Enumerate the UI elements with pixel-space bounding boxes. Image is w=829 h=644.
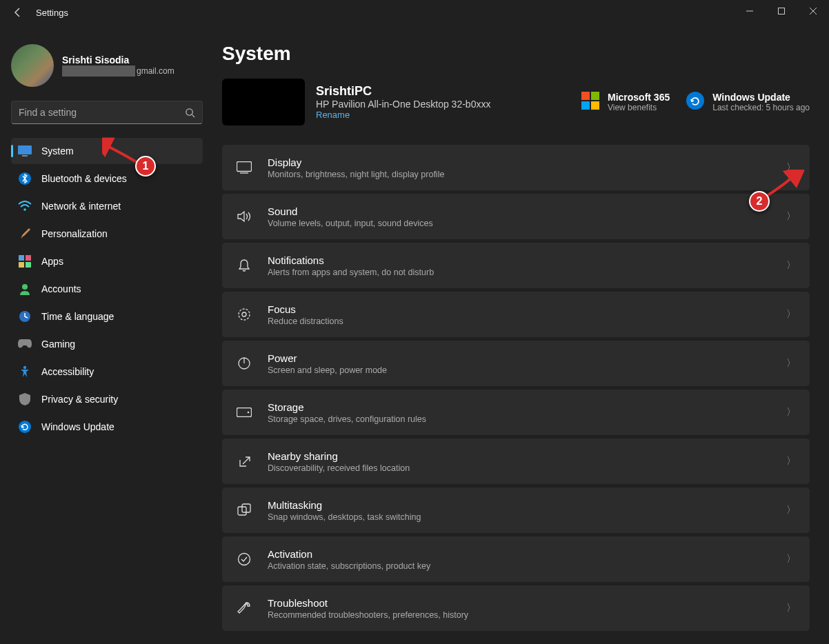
item-sub: Volume levels, output, input, sound devi… bbox=[268, 219, 786, 228]
chevron-right-icon: 〉 bbox=[786, 161, 796, 174]
search-box[interactable] bbox=[11, 101, 203, 124]
nav-label: Accessibility bbox=[41, 366, 94, 377]
nav-item-accounts[interactable]: Accounts bbox=[11, 276, 203, 302]
svg-point-20 bbox=[239, 309, 250, 320]
microsoft-365-card[interactable]: Microsoft 365 View benefits bbox=[581, 92, 670, 112]
settings-item-storage[interactable]: StorageStorage space, drives, configurat… bbox=[222, 390, 810, 435]
nav-item-system[interactable]: System bbox=[11, 138, 203, 164]
nav-item-gaming[interactable]: Gaming bbox=[11, 331, 203, 357]
svg-point-28 bbox=[239, 554, 250, 565]
svg-point-25 bbox=[248, 412, 250, 414]
settings-item-sound[interactable]: SoundVolume levels, output, input, sound… bbox=[222, 194, 810, 239]
sound-icon bbox=[236, 208, 252, 225]
svg-point-14 bbox=[22, 284, 28, 290]
svg-point-9 bbox=[23, 208, 26, 211]
settings-item-notifications[interactable]: NotificationsAlerts from apps and system… bbox=[222, 243, 810, 288]
profile-card[interactable]: Srishti Sisodia gmail.com bbox=[11, 44, 203, 87]
chevron-right-icon: 〉 bbox=[786, 455, 796, 467]
shield-icon bbox=[18, 392, 32, 406]
svg-rect-11 bbox=[26, 255, 31, 261]
nav-label: Time & language bbox=[41, 311, 114, 322]
device-info: SrishtiPC HP Pavilion All-in-One Desktop… bbox=[316, 84, 570, 120]
item-sub: Screen and sleep, power mode bbox=[268, 365, 786, 375]
bell-icon bbox=[236, 257, 252, 274]
item-sub: Discoverability, received files location bbox=[268, 463, 786, 473]
item-title: Activation bbox=[268, 548, 786, 560]
svg-rect-12 bbox=[19, 262, 24, 268]
item-sub: Storage space, drives, configuration rul… bbox=[268, 414, 786, 424]
svg-point-17 bbox=[19, 421, 31, 433]
item-title: Display bbox=[268, 157, 786, 168]
chevron-right-icon: 〉 bbox=[786, 259, 796, 272]
back-button[interactable] bbox=[12, 7, 29, 18]
email-redacted bbox=[62, 66, 135, 77]
nav-item-network[interactable]: Network & internet bbox=[11, 193, 203, 219]
settings-item-nearby[interactable]: Nearby sharingDiscoverability, received … bbox=[222, 439, 810, 484]
ms365-sub: View benefits bbox=[608, 103, 670, 112]
chevron-right-icon: 〉 bbox=[786, 308, 796, 321]
svg-point-21 bbox=[242, 312, 246, 316]
annotation-badge-2: 2 bbox=[749, 191, 770, 212]
nav-item-update[interactable]: Windows Update bbox=[11, 414, 203, 440]
settings-item-power[interactable]: PowerScreen and sleep, power mode 〉 bbox=[222, 341, 810, 386]
display-icon bbox=[236, 159, 252, 176]
maximize-button[interactable] bbox=[766, 0, 797, 22]
item-sub: Recommended troubleshooters, preferences… bbox=[268, 610, 786, 620]
chevron-right-icon: 〉 bbox=[786, 602, 796, 614]
item-title: Troubleshoot bbox=[268, 597, 786, 609]
nav-label: Accounts bbox=[41, 283, 81, 294]
share-icon bbox=[236, 453, 252, 470]
minimize-button[interactable] bbox=[734, 0, 766, 22]
main-content: System SrishtiPC HP Pavilion All-in-One … bbox=[214, 25, 829, 644]
svg-rect-10 bbox=[19, 255, 24, 261]
annotation-badge-1: 1 bbox=[135, 156, 156, 177]
settings-item-focus[interactable]: FocusReduce distractions 〉 bbox=[222, 292, 810, 337]
wifi-icon bbox=[18, 199, 32, 213]
item-title: Notifications bbox=[268, 254, 786, 266]
nav-item-privacy[interactable]: Privacy & security bbox=[11, 386, 203, 412]
chevron-right-icon: 〉 bbox=[786, 357, 796, 370]
rename-link[interactable]: Rename bbox=[316, 110, 570, 120]
chevron-right-icon: 〉 bbox=[786, 504, 796, 516]
svg-point-4 bbox=[186, 108, 192, 114]
item-sub: Activation state, subscriptions, product… bbox=[268, 561, 786, 571]
nav-item-personalization[interactable]: Personalization bbox=[11, 221, 203, 247]
nav-item-bluetooth[interactable]: Bluetooth & devices bbox=[11, 165, 203, 192]
settings-item-multitasking[interactable]: MultitaskingSnap windows, desktops, task… bbox=[222, 487, 810, 533]
wrench-icon bbox=[236, 600, 252, 616]
accessibility-icon bbox=[18, 365, 32, 379]
nav-label: Windows Update bbox=[41, 421, 114, 432]
chevron-right-icon: 〉 bbox=[786, 210, 796, 223]
item-sub: Reduce distractions bbox=[268, 316, 786, 326]
svg-rect-6 bbox=[18, 145, 32, 154]
window-title: Settings bbox=[36, 8, 68, 18]
nav-list: System Bluetooth & devices Network & int… bbox=[11, 138, 203, 440]
close-button[interactable] bbox=[797, 0, 829, 22]
nav-label: Bluetooth & devices bbox=[41, 173, 127, 184]
apps-icon bbox=[18, 254, 32, 268]
profile-name: Srishti Sisodia bbox=[62, 54, 174, 66]
item-title: Sound bbox=[268, 205, 786, 217]
update-icon bbox=[18, 420, 32, 434]
item-sub: Snap windows, desktops, task switching bbox=[268, 512, 786, 522]
title-bar: Settings bbox=[0, 0, 829, 25]
settings-item-troubleshoot[interactable]: TroubleshootRecommended troubleshooters,… bbox=[222, 585, 810, 631]
wu-sub: Last checked: 5 hours ago bbox=[712, 103, 810, 112]
sidebar: Srishti Sisodia gmail.com System Bluetoo… bbox=[0, 25, 214, 644]
page-title: System bbox=[222, 43, 810, 65]
nav-item-accessibility[interactable]: Accessibility bbox=[11, 359, 203, 385]
bluetooth-icon bbox=[18, 172, 32, 185]
settings-item-display[interactable]: DisplayMonitors, brightness, night light… bbox=[222, 145, 810, 190]
avatar bbox=[11, 44, 54, 87]
device-thumbnail bbox=[222, 79, 305, 125]
settings-item-activation[interactable]: ActivationActivation state, subscription… bbox=[222, 536, 810, 582]
nav-item-apps[interactable]: Apps bbox=[11, 248, 203, 274]
search-icon bbox=[185, 108, 195, 118]
windows-update-card[interactable]: Windows Update Last checked: 5 hours ago bbox=[686, 92, 810, 112]
gamepad-icon bbox=[18, 337, 32, 351]
item-title: Focus bbox=[268, 303, 786, 315]
power-icon bbox=[236, 355, 252, 372]
search-input[interactable] bbox=[19, 107, 185, 118]
nav-item-time[interactable]: Time & language bbox=[11, 303, 203, 330]
nav-label: Gaming bbox=[41, 339, 75, 350]
